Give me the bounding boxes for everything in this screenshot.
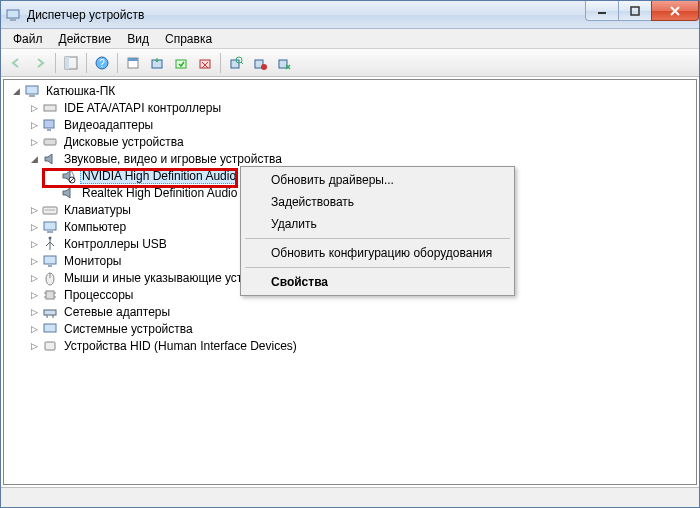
tree-node-label: NVIDIA High Definition Audio [80,168,238,184]
tree-node-sound[interactable]: ◢ Звуковые, видео и игровые устройства [6,150,696,167]
context-delete[interactable]: Удалить [243,213,512,235]
nav-forward-button[interactable] [29,52,51,74]
menu-view[interactable]: Вид [119,30,157,48]
svg-rect-32 [44,222,56,230]
tree-node-system[interactable]: ▷ Системные устройства [6,320,696,337]
menu-action[interactable]: Действие [51,30,120,48]
svg-rect-39 [46,291,54,299]
tree-node-label: Мониторы [62,253,123,269]
usb-icon [42,236,58,252]
toolbar-update-driver-button[interactable] [146,52,168,74]
tree-root-node[interactable]: ◢ Катюшка-ПК [6,82,696,99]
tree-node-hid[interactable]: ▷ Устройства HID (Human Interface Device… [6,337,696,354]
tree-node-ide[interactable]: ▷ IDE ATA/ATAPI контроллеры [6,99,696,116]
toolbar-remove-button[interactable] [273,52,295,74]
expander-icon[interactable]: ▷ [28,119,40,131]
toolbar-separator [86,53,87,73]
tree-node-label: Дисковые устройства [62,134,186,150]
close-button[interactable] [651,1,699,21]
tree-node-label: IDE ATA/ATAPI контроллеры [62,100,223,116]
svg-rect-28 [44,139,56,145]
context-properties[interactable]: Свойства [243,271,512,293]
context-update-drivers[interactable]: Обновить драйверы... [243,169,512,191]
device-category-icon [42,100,58,116]
nav-back-button[interactable] [5,52,27,74]
toolbar-help-button[interactable]: ? [91,52,113,74]
tree-node-network[interactable]: ▷ Сетевые адаптеры [6,303,696,320]
expander-icon[interactable]: ▷ [28,289,40,301]
tree-node-label: Видеоадаптеры [62,117,155,133]
titlebar: Диспетчер устройств [1,1,699,29]
svg-rect-11 [128,58,138,61]
context-menu: Обновить драйверы... Задействовать Удали… [240,166,515,296]
svg-rect-3 [631,7,639,15]
svg-rect-47 [44,324,56,332]
context-separator [245,267,510,268]
maximize-button[interactable] [618,1,652,21]
system-device-icon [42,321,58,337]
expander-icon[interactable]: ▷ [28,255,40,267]
expander-icon[interactable]: ▷ [28,323,40,335]
svg-rect-25 [44,105,56,111]
svg-rect-48 [45,342,55,350]
svg-line-19 [241,62,243,64]
svg-rect-23 [26,86,38,94]
expander-icon[interactable]: ▷ [28,306,40,318]
toolbar-separator [55,53,56,73]
toolbar-show-hide-tree-button[interactable] [60,52,82,74]
toolbar-enable-button[interactable] [170,52,192,74]
tree-node-label: Звуковые, видео и игровые устройства [62,151,284,167]
menu-help[interactable]: Справка [157,30,220,48]
toolbar-separator [117,53,118,73]
expander-icon[interactable]: ▷ [28,340,40,352]
sound-icon [42,151,58,167]
toolbar-scan-hardware-button[interactable] [225,52,247,74]
svg-rect-27 [47,129,51,131]
svg-rect-35 [44,256,56,264]
svg-rect-24 [29,95,35,97]
toolbar-separator [220,53,221,73]
expander-icon[interactable]: ▷ [28,221,40,233]
app-icon [5,7,21,23]
mouse-icon [42,270,58,286]
disk-icon [42,134,58,150]
window-controls [586,1,699,21]
monitor-icon [42,253,58,269]
expander-icon[interactable]: ▷ [28,136,40,148]
context-scan-hardware[interactable]: Обновить конфигурацию оборудования [243,242,512,264]
expander-icon[interactable]: ▷ [28,204,40,216]
svg-rect-36 [48,265,52,267]
svg-point-34 [49,236,52,239]
toolbar-uninstall-button[interactable] [194,52,216,74]
context-enable[interactable]: Задействовать [243,191,512,213]
svg-rect-1 [10,19,16,21]
statusbar [1,487,699,507]
tree-node-label: Процессоры [62,287,136,303]
tree-node-disk[interactable]: ▷ Дисковые устройства [6,133,696,150]
computer-icon [42,219,58,235]
minimize-button[interactable] [585,1,619,21]
device-manager-window: Диспетчер устройств Файл Действие Вид Сп… [0,0,700,508]
toolbar-add-legacy-button[interactable] [249,52,271,74]
expander-icon[interactable]: ◢ [10,85,22,97]
tree-node-display[interactable]: ▷ Видеоадаптеры [6,116,696,133]
tree-node-label: Системные устройства [62,321,195,337]
expander-icon[interactable]: ◢ [28,153,40,165]
toolbar-properties-button[interactable] [122,52,144,74]
expander-icon[interactable]: ▷ [28,102,40,114]
expander-icon[interactable]: ▷ [28,272,40,284]
tree-node-label: Устройства HID (Human Interface Devices) [62,338,299,354]
context-separator [245,238,510,239]
svg-rect-7 [65,57,69,69]
toolbar: ? [1,49,699,77]
keyboard-icon [42,202,58,218]
menu-file[interactable]: Файл [5,30,51,48]
expander-icon[interactable]: ▷ [28,238,40,250]
computer-icon [24,83,40,99]
speaker-icon [60,185,76,201]
svg-rect-0 [7,10,19,18]
tree-node-label: Компьютер [62,219,128,235]
display-adapter-icon [42,117,58,133]
device-tree-panel: ◢ Катюшка-ПК ▷ IDE ATA/ATAPI контроллеры… [3,79,697,485]
svg-point-21 [261,64,267,70]
